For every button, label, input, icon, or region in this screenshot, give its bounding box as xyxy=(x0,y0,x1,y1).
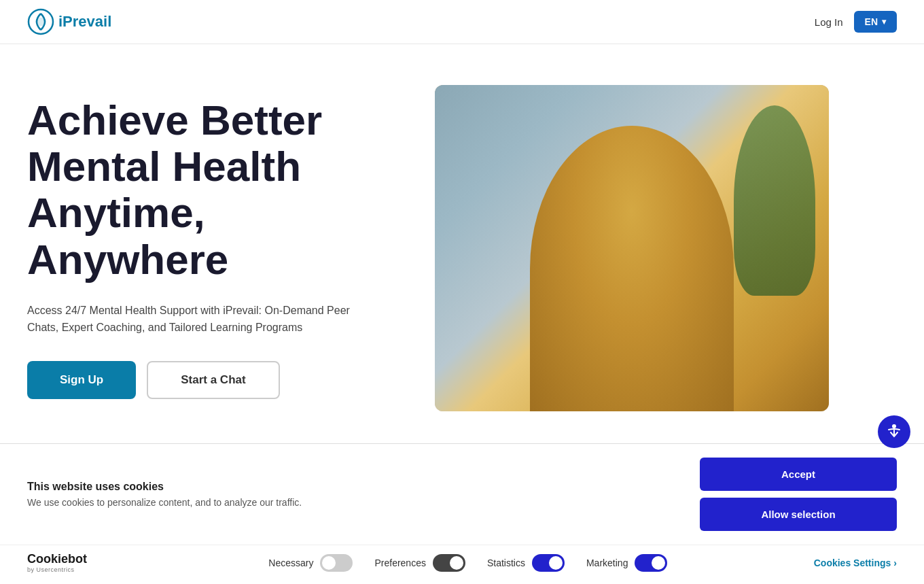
login-link[interactable]: Log In xyxy=(815,16,843,28)
hero-image xyxy=(435,85,829,411)
header-nav: Log In EN ▾ xyxy=(815,11,897,33)
main-content: Achieve Better Mental Health Anytime, An… xyxy=(0,44,924,452)
site-header: iPrevail Log In EN ▾ xyxy=(0,0,924,44)
hero-text-section: Achieve Better Mental Health Anytime, An… xyxy=(27,97,408,399)
hero-subtitle: Access 24/7 Mental Health Support with i… xyxy=(27,302,353,337)
cookie-top-section: This website uses cookies We use cookies… xyxy=(0,444,924,452)
logo-text: iPrevail xyxy=(58,13,111,31)
svg-point-1 xyxy=(892,424,896,428)
cookie-banner: This website uses cookies We use cookies… xyxy=(0,443,924,452)
start-chat-button[interactable]: Start a Chat xyxy=(147,361,279,399)
accessibility-button[interactable] xyxy=(878,415,910,448)
hero-image-inner xyxy=(435,85,829,411)
hero-buttons: Sign Up Start a Chat xyxy=(27,361,408,399)
chevron-down-icon: ▾ xyxy=(882,17,886,27)
hero-title: Achieve Better Mental Health Anytime, An… xyxy=(27,97,408,283)
logo-icon xyxy=(27,8,54,35)
signup-button[interactable]: Sign Up xyxy=(27,361,136,399)
logo[interactable]: iPrevail xyxy=(27,8,111,35)
hero-image-section xyxy=(435,85,829,411)
language-selector[interactable]: EN ▾ xyxy=(854,11,897,33)
accessibility-icon xyxy=(885,423,903,441)
